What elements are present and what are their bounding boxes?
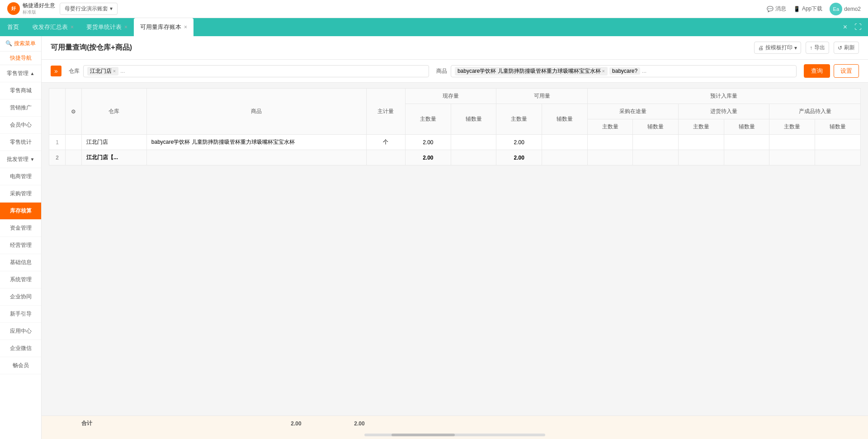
print-template-button[interactable]: 🖨 按模板打印 ▾: [754, 42, 801, 54]
row-avail-aux-1: [542, 135, 588, 150]
th-planned-inbound: 预计入库量: [587, 89, 860, 104]
close-icon-syfhz[interactable]: ×: [71, 24, 74, 30]
row-incoming-aux-1: [724, 135, 769, 150]
search-icon: 🔍: [5, 40, 12, 47]
warehouse-filter-group: 仓库 江北门店 × ...: [69, 65, 429, 77]
export-button[interactable]: ↑ 导出: [806, 42, 829, 54]
sidebar-item-system-mgmt[interactable]: 系统管理: [0, 271, 41, 288]
sidebar-item-enterprise-collab[interactable]: 企业协同: [0, 288, 41, 306]
industry-label: 母婴行业演示账套: [65, 5, 108, 13]
warehouse-tag-jiangbei: 江北门店 ×: [87, 67, 118, 76]
sidebar-label-vip-member: 畅会员: [13, 362, 29, 368]
row-checkbox-1[interactable]: [66, 135, 82, 150]
tab-yfhdj[interactable]: 要货单统计表 ×: [80, 18, 134, 36]
sidebar-item-basic-info[interactable]: 基础信息: [0, 254, 41, 271]
warehouse-tag-remove[interactable]: ×: [113, 68, 116, 74]
row-incoming-aux-2: [724, 150, 769, 165]
scroll-bar[interactable]: [364, 434, 545, 436]
row-purchase-main-1: [587, 135, 633, 150]
row-checkbox-2[interactable]: [66, 150, 82, 165]
product-more-btn[interactable]: ...: [642, 68, 646, 74]
sidebar-label-app-center: 应用中心: [10, 328, 32, 334]
th-purchase-main: 主数量: [587, 119, 633, 135]
user-action[interactable]: Ea demo2: [830, 3, 861, 15]
industry-selector[interactable]: 母婴行业演示账套 ▾: [60, 3, 118, 15]
product-filter-input[interactable]: babycare学饮杯 儿童防摔防撞吸管杯重力球吸嘴杯宝宝水杯 × babyca…: [451, 65, 797, 77]
product-tag-remove[interactable]: ×: [602, 68, 605, 74]
logo-text-area: 畅捷通好生意 标准版: [23, 2, 55, 15]
message-icon: 💬: [767, 6, 774, 12]
sidebar-item-finance-mgmt[interactable]: 资金管理: [0, 220, 41, 237]
scroll-thumb[interactable]: [392, 434, 455, 436]
row-purchase-aux-2: [633, 150, 679, 165]
logo-area: 好 畅捷通好生意 标准版: [7, 2, 55, 15]
chevron-icon-zero-sales: ▲: [30, 71, 35, 76]
query-button[interactable]: 查询: [804, 64, 830, 78]
tab-label-syfhz: 收发存汇总表: [33, 23, 68, 31]
close-all-tabs-icon[interactable]: ×: [841, 21, 849, 33]
setting-button[interactable]: 设置: [834, 64, 859, 78]
sidebar: 🔍 搜索菜单 快捷导航 零售管理 ▲ 零售商城 营销推广 会员中心 零售统计 批…: [0, 36, 42, 439]
sidebar-item-zero-sales-stat[interactable]: 零售统计: [0, 134, 41, 151]
warehouse-more-btn[interactable]: ...: [120, 68, 125, 74]
top-bar-left: 好 畅捷通好生意 标准版 母婴行业演示账套 ▾: [7, 2, 118, 15]
sidebar-search[interactable]: 🔍 搜索菜单: [0, 36, 41, 52]
row-product-1: babycare学饮杯 儿童防摔防撞吸管杯重力球吸嘴杯宝宝水杯: [146, 135, 366, 150]
logo-icon: 好: [7, 2, 20, 15]
sidebar-item-enterprise-wechat[interactable]: 企业微信: [0, 340, 41, 357]
app-download-action[interactable]: 📱 App下载: [793, 5, 822, 13]
tab-home[interactable]: 首页: [0, 18, 26, 36]
sidebar-item-inventory-check[interactable]: 库存核算: [0, 203, 41, 220]
chevron-down-print: ▾: [794, 45, 797, 51]
home-label: 首页: [7, 23, 19, 31]
refresh-label: 刷新: [844, 44, 855, 52]
close-icon-kylkzb[interactable]: ×: [184, 24, 187, 30]
sidebar-item-ops-mgmt[interactable]: 经营管理: [0, 237, 41, 254]
filter-toggle-button[interactable]: »: [51, 66, 61, 76]
content-area: 可用量查询(按仓库+商品) 🖨 按模板打印 ▾ ↑ 导出 ↺ 刷新 »: [42, 36, 868, 439]
warehouse-filter-input[interactable]: 江北门店 × ...: [83, 65, 429, 77]
tab-kylkzb[interactable]: 可用量库存账本 ×: [134, 18, 193, 36]
close-icon-yfhdj[interactable]: ×: [124, 24, 127, 30]
printer-icon: 🖨: [758, 45, 764, 51]
row-warehouse-1: 江北门店: [82, 135, 147, 150]
row-current-main-2: 2.00: [405, 150, 451, 165]
scroll-hint: [42, 431, 868, 439]
fullscreen-icon[interactable]: ⛶: [853, 21, 863, 33]
warehouse-filter-label: 仓库: [69, 67, 80, 75]
sidebar-quick-nav[interactable]: 快捷导航: [0, 52, 41, 65]
th-product-pending: 产成品待入量: [769, 104, 861, 119]
sidebar-item-ecommerce-mgmt[interactable]: 电商管理: [0, 168, 41, 185]
sidebar-item-zero-sales-mgmt[interactable]: 零售管理 ▲: [0, 65, 41, 82]
product-tag-babycare: babycare学饮杯 儿童防摔防撞吸管杯重力球吸嘴杯宝宝水杯 ×: [455, 67, 608, 76]
table-footer: 合计 2.00 2.00: [42, 415, 868, 431]
message-action[interactable]: 💬 消息: [767, 5, 786, 13]
row-purchase-aux-1: [633, 135, 679, 150]
sidebar-item-zero-sales-mall[interactable]: 零售商城: [0, 82, 41, 99]
th-main-unit: 主计量: [366, 89, 405, 135]
product-tag-babycare2: babycare?: [609, 67, 640, 75]
table-header-row-1: ⚙ 仓库 商品 主计量 现存量 可用量 预计入库量: [49, 89, 861, 104]
row-incoming-main-2: [679, 150, 724, 165]
sidebar-item-purchase-mgmt[interactable]: 采购管理: [0, 185, 41, 203]
sidebar-item-new-guide[interactable]: 新手引导: [0, 306, 41, 323]
footer-avail-main-total: 2.00: [344, 420, 375, 427]
sidebar-item-member-center[interactable]: 会员中心: [0, 117, 41, 134]
sidebar-item-marketing[interactable]: 营销推广: [0, 99, 41, 117]
th-current-stock: 现存量: [405, 89, 496, 104]
th-purchase-aux: 辅数量: [633, 119, 679, 135]
tab-syfhz[interactable]: 收发存汇总表 ×: [26, 18, 80, 36]
tab-label-kylkzb: 可用量库存账本: [140, 23, 181, 31]
app-download-label: App下载: [802, 5, 822, 13]
row-unit-2: [366, 150, 405, 165]
sidebar-label-member-center: 会员中心: [10, 122, 32, 128]
mobile-icon: 📱: [793, 6, 800, 12]
th-product-aux: 辅数量: [815, 119, 861, 135]
refresh-button[interactable]: ↺ 刷新: [834, 42, 859, 54]
sidebar-item-app-center[interactable]: 应用中心: [0, 323, 41, 340]
sidebar-item-vip-member[interactable]: 畅会员: [0, 357, 41, 374]
message-label: 消息: [775, 5, 786, 13]
sidebar-item-wholesale-mgmt[interactable]: 批发管理 ▼: [0, 151, 41, 168]
th-settings[interactable]: ⚙: [66, 89, 82, 135]
row-avail-main-1: 2.00: [496, 135, 542, 150]
